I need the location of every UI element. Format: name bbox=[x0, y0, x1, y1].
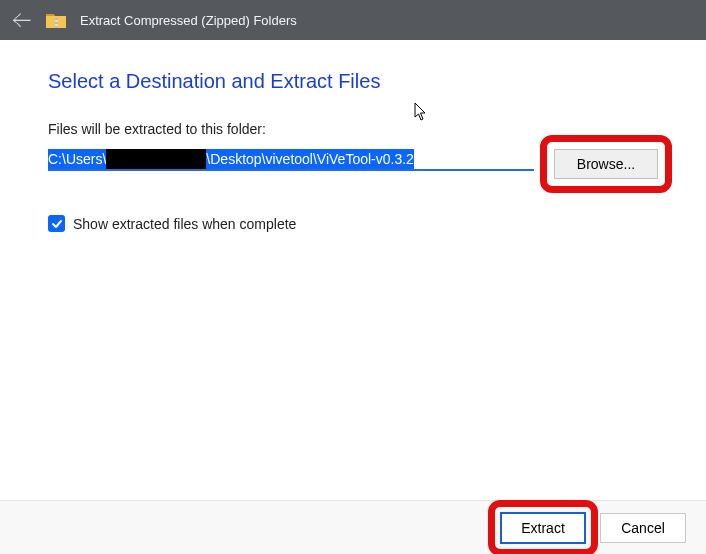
show-files-checkbox-row[interactable]: Show extracted files when complete bbox=[48, 215, 658, 232]
window-title: Extract Compressed (Zipped) Folders bbox=[80, 13, 297, 28]
extract-button[interactable]: Extract bbox=[500, 512, 586, 544]
checkbox-checked-icon[interactable] bbox=[48, 215, 65, 232]
svg-rect-3 bbox=[55, 26, 58, 28]
page-heading: Select a Destination and Extract Files bbox=[48, 70, 658, 93]
destination-path-input[interactable]: C:\Users\\Desktop\vivetool\ViVeTool-v0.3… bbox=[48, 149, 534, 171]
back-arrow-icon[interactable]: 🡠 bbox=[12, 10, 32, 30]
checkbox-label: Show extracted files when complete bbox=[73, 216, 296, 232]
browse-button[interactable]: Browse... bbox=[554, 149, 658, 179]
destination-label: Files will be extracted to this folder: bbox=[48, 121, 658, 137]
redacted-username bbox=[106, 149, 206, 169]
path-prefix: C:\Users\ bbox=[48, 149, 106, 169]
browse-button-wrap: Browse... bbox=[554, 149, 658, 179]
dialog-footer: Extract Cancel bbox=[0, 500, 706, 554]
svg-rect-1 bbox=[55, 18, 58, 20]
dialog-content: Select a Destination and Extract Files F… bbox=[0, 40, 706, 232]
destination-row: C:\Users\\Desktop\vivetool\ViVeTool-v0.3… bbox=[48, 149, 658, 179]
zipped-folder-icon bbox=[46, 12, 66, 28]
extract-button-wrap: Extract bbox=[500, 512, 586, 544]
titlebar: 🡠 Extract Compressed (Zipped) Folders bbox=[0, 0, 706, 40]
path-suffix: \Desktop\vivetool\ViVeTool-v0.3.2 bbox=[206, 149, 414, 169]
cancel-button[interactable]: Cancel bbox=[600, 513, 686, 543]
svg-rect-2 bbox=[55, 22, 58, 24]
